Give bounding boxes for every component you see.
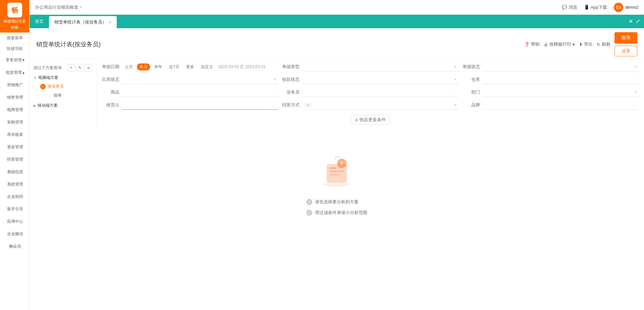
app-download-button[interactable]: 📱 App下载 <box>584 4 607 10</box>
doc-status-control[interactable]: ▾ <box>483 62 639 71</box>
tab-close-icon[interactable]: × <box>109 20 111 24</box>
topbar-arrow-icon[interactable]: ▾ <box>80 5 82 10</box>
tip-text-2: 用过滤条件来缩小分析范围 <box>315 208 367 217</box>
warehouse-control[interactable]: ··· <box>483 75 639 84</box>
refresh-button[interactable]: ↻ 刷新 <box>597 41 610 47</box>
sidebar-item-basic[interactable]: 基础信息 <box>0 166 29 178</box>
settings-button[interactable]: 设置 <box>614 46 637 56</box>
wholesale-label: 批发管理 <box>6 70 22 75</box>
svg-rect-3 <box>329 171 344 172</box>
finance-label: 资金管理 <box>7 144 23 150</box>
sidebar-item-sales[interactable]: 销售管理 <box>0 91 29 104</box>
settlement-control[interactable]: × ▾ <box>302 100 458 110</box>
scheme-edit-button[interactable]: ✎ <box>76 64 84 71</box>
sidebar-item-finance[interactable]: 资金管理 <box>0 141 29 153</box>
date-last-month[interactable]: 上月 <box>122 63 136 70</box>
receiver-control[interactable]: ··· <box>122 100 278 110</box>
scheme-panel-icons: + ✎ « <box>67 64 92 71</box>
department-control[interactable]: ▾ <box>483 88 639 97</box>
doc-type-control[interactable]: ▾ <box>302 62 458 71</box>
newuser-label: 新手引导 <box>7 206 23 212</box>
operations-label: 经营管理 <box>7 157 23 162</box>
tab-home[interactable]: 首页 <box>30 15 49 28</box>
date-more[interactable]: 更多 <box>183 63 197 70</box>
content: 销货单统计表(按业务员) ❓ 帮助 🖨 按模板打印 ▾ ⬆ 导出 <box>30 28 644 310</box>
user-profile[interactable]: Ea demo2 <box>614 3 639 12</box>
sidebar-item-wholesale[interactable]: 批发管理 ▴ <box>0 66 29 79</box>
help-button[interactable]: ❓ 帮助 <box>524 41 540 47</box>
sidebar-item-member[interactable]: 畅会员 <box>0 240 29 253</box>
enterprise-label: 企业协同 <box>7 194 23 200</box>
product-control[interactable]: ··· <box>122 88 278 97</box>
tab-expand-button[interactable]: ⤢ <box>636 19 640 24</box>
svg-rect-4 <box>329 174 339 175</box>
collapse-conditions-button[interactable]: ∧ 收起更多条件 <box>351 115 390 124</box>
sidebar-item-newuser[interactable]: 新手引导 <box>0 203 29 215</box>
date-custom[interactable]: 自定义 <box>198 63 216 70</box>
payment-status-control[interactable]: ▾ <box>302 75 458 84</box>
tip-num-2: 2 <box>306 210 312 216</box>
basic-label: 基础信息 <box>7 169 23 175</box>
sidebar-item-appcenter[interactable]: 应用中心 <box>0 215 29 228</box>
warehouse-label: 仓库 <box>463 76 480 83</box>
receiver-label: 收货人 <box>102 102 119 108</box>
purchase-label: 采购管理 <box>7 119 23 125</box>
sidebar-item-retail[interactable]: 零售管理 ▾ <box>0 54 29 66</box>
search-menu-label: 搜索菜单 <box>7 35 23 41</box>
brand-control[interactable]: ··· <box>483 100 639 110</box>
sidebar-item-operations[interactable]: 经营管理 <box>0 153 29 166</box>
message-button[interactable]: 💬 消息 <box>562 4 577 10</box>
tab-home-label: 首页 <box>35 18 44 24</box>
product-label: 商品 <box>102 89 119 95</box>
template-print-button[interactable]: 🖨 按模板打印 ▾ <box>544 41 575 47</box>
sidebar-item-marketing[interactable]: 营销推广 <box>0 79 29 91</box>
scheme-add-button[interactable]: + <box>67 64 75 71</box>
quick-nav-item[interactable]: 快捷导航 <box>0 44 29 54</box>
doc-type-label: 单据类型 <box>282 64 300 70</box>
sidebar-item-enterprise[interactable]: 企业协同 <box>0 191 29 203</box>
settlement-tag-close[interactable]: × <box>307 103 309 107</box>
warehouse-dots-icon: ··· <box>632 77 637 82</box>
scheme-group-pc-header[interactable]: ▼ 电脑端方案 <box>34 73 96 82</box>
tab-sales-stat[interactable]: 销货单统计表（按业务员） × <box>49 16 117 28</box>
user-avatar: Ea <box>614 3 623 12</box>
brand-label: 品牌 <box>463 102 480 108</box>
appcenter-label: 应用中心 <box>7 219 23 224</box>
topbar-right: 💬 消息 📱 App下载 Ea demo2 <box>562 3 639 12</box>
main-area: 办公用品行业模拟账套 ▾ 💬 消息 📱 App下载 Ea demo2 首页 <box>30 0 644 310</box>
date-this-month[interactable]: 本月 <box>137 63 150 70</box>
sidebar-item-purchase[interactable]: 采购管理 <box>0 116 29 128</box>
system-label: 系统管理 <box>7 182 23 187</box>
receiver-dots-icon: ··· <box>271 102 276 108</box>
wechat-label: 企业微信 <box>7 231 23 237</box>
salesperson-control[interactable]: ··· <box>302 88 458 97</box>
filter-salesperson-item: 业务员 ··· <box>282 88 458 97</box>
query-button[interactable]: 查询 <box>614 32 637 44</box>
date-filter-area: 上月 本月 本年 近7天 更多 自定义 2023-03-01 至 2023-03… <box>122 63 278 70</box>
sidebar-item-wechat[interactable]: 企业微信 <box>0 228 29 240</box>
sidebar-item-system[interactable]: 系统管理 <box>0 178 29 191</box>
export-button[interactable]: ⬆ 导出 <box>579 41 593 47</box>
inventory-label: 库存核算 <box>7 132 23 138</box>
tab-close-all-button[interactable]: ✕ <box>629 19 633 24</box>
search-menu-item[interactable]: 搜索菜单 <box>0 33 29 44</box>
filter-row-3: 商品 ··· 业务员 ··· <box>102 88 639 97</box>
scheme-group-mobile-header[interactable]: ▶ 移动端方案 <box>34 101 96 110</box>
logo-sub-label: 标版 <box>11 25 18 30</box>
sidebar-item-ecommerce[interactable]: 电商管理 <box>0 104 29 116</box>
out-status-control[interactable]: ▾ <box>122 75 278 84</box>
scheme-item-by-doc[interactable]: ⋮⋮ 按单 <box>34 91 96 100</box>
scheme-collapse-button[interactable]: « <box>85 64 92 71</box>
scheme-item-by-salesperson[interactable]: ✓ 按业务员 <box>34 82 96 91</box>
svg-rect-2 <box>329 167 336 169</box>
topbar-app-name: 办公用品行业模拟账套 <box>35 4 78 10</box>
date-last-7days[interactable]: 近7天 <box>166 63 182 70</box>
salesperson-dots-icon: ··· <box>451 90 457 95</box>
tip-num-1: 1 <box>306 199 312 205</box>
brand-dots-icon: ··· <box>632 102 637 108</box>
date-this-year[interactable]: 本年 <box>152 63 165 70</box>
message-label: 消息 <box>569 4 577 10</box>
filter-product-item: 商品 ··· <box>102 88 278 97</box>
help-icon: ❓ <box>524 42 530 47</box>
sidebar-item-inventory[interactable]: 库存核算 <box>0 128 29 141</box>
